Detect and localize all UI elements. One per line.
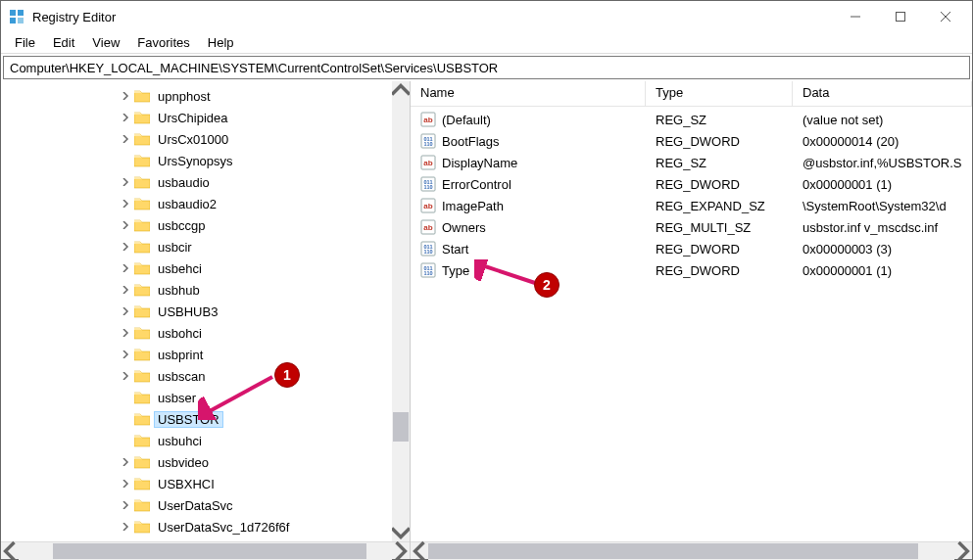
tree-item-label: usbcir bbox=[154, 239, 196, 256]
tree-item-usbprint[interactable]: usbprint bbox=[1, 344, 410, 365]
scroll-right-icon[interactable] bbox=[954, 542, 972, 560]
tree-item-label: UrsChipidea bbox=[154, 110, 232, 126]
folder-icon bbox=[134, 89, 150, 103]
chevron-right-icon[interactable] bbox=[119, 498, 132, 512]
chevron-right-icon[interactable] bbox=[119, 520, 132, 534]
chevron-right-icon[interactable] bbox=[119, 175, 132, 189]
scroll-left-icon[interactable] bbox=[1, 542, 19, 560]
tree-item-usbhub[interactable]: usbhub bbox=[1, 279, 410, 301]
tree-item-usbxhci[interactable]: USBXHCI bbox=[1, 473, 410, 494]
chevron-right-icon[interactable] bbox=[119, 369, 132, 383]
tree-hscrollbar[interactable] bbox=[1, 541, 410, 559]
tree-item-userdatasvc_1d726f6f[interactable]: UserDataSvc_1d726f6f bbox=[1, 516, 410, 537]
value-row-displayname[interactable]: DisplayNameREG_SZ@usbstor.inf,%USBSTOR.S bbox=[411, 152, 972, 173]
tree-item-usbohci[interactable]: usbohci bbox=[1, 322, 410, 344]
chevron-right-icon[interactable] bbox=[119, 240, 132, 254]
value-data: 0x00000003 (3) bbox=[793, 242, 972, 257]
tree-item-urssynopsys[interactable]: UrsSynopsys bbox=[1, 150, 410, 171]
tree-item-upnphost[interactable]: upnphost bbox=[1, 85, 410, 107]
chevron-right-icon[interactable] bbox=[119, 348, 132, 361]
tree-item-usbvideo[interactable]: usbvideo bbox=[1, 451, 410, 473]
folder-icon bbox=[134, 240, 150, 254]
reg-sz-icon bbox=[420, 155, 436, 170]
tree-item-usbcir[interactable]: usbcir bbox=[1, 236, 410, 257]
value-row-default[interactable]: (Default)REG_SZ(value not set) bbox=[411, 109, 972, 130]
chevron-right-icon[interactable] bbox=[119, 283, 132, 297]
address-bar[interactable]: Computer\HKEY_LOCAL_MACHINE\SYSTEM\Curre… bbox=[3, 56, 970, 79]
chevron-right-icon[interactable] bbox=[119, 132, 132, 146]
menu-file[interactable]: File bbox=[7, 33, 43, 52]
tree-scroll[interactable]: upnphostUrsChipideaUrsCx01000UrsSynopsys… bbox=[1, 81, 410, 541]
vscroll-thumb[interactable] bbox=[393, 412, 409, 442]
column-type[interactable]: Type bbox=[646, 81, 793, 106]
tree-item-usbuhci[interactable]: usbuhci bbox=[1, 430, 410, 451]
tree-item-urscx01000[interactable]: UrsCx01000 bbox=[1, 128, 410, 150]
tree-item-label: usbprint bbox=[154, 347, 207, 363]
svg-rect-6 bbox=[18, 10, 24, 16]
reg-sz-icon bbox=[420, 112, 436, 127]
value-name: Start bbox=[442, 242, 468, 257]
chevron-right-icon[interactable] bbox=[119, 111, 132, 124]
tree-item-usbccgp[interactable]: usbccgp bbox=[1, 214, 410, 236]
chevron-right-icon[interactable] bbox=[119, 455, 132, 469]
annotation-badge-2: 2 bbox=[534, 272, 559, 298]
value-row-owners[interactable]: OwnersREG_MULTI_SZusbstor.inf v_mscdsc.i… bbox=[411, 216, 972, 238]
menubar: File Edit View Favorites Help bbox=[1, 32, 972, 54]
chevron-right-icon[interactable] bbox=[119, 477, 132, 490]
menu-favorites[interactable]: Favorites bbox=[129, 33, 197, 52]
value-row-errorcontrol[interactable]: ErrorControlREG_DWORD0x00000001 (1) bbox=[411, 173, 972, 195]
folder-icon bbox=[134, 197, 150, 210]
address-text: Computer\HKEY_LOCAL_MACHINE\SYSTEM\Curre… bbox=[10, 61, 498, 75]
window-title: Registry Editor bbox=[32, 10, 116, 24]
scroll-left-icon[interactable] bbox=[411, 542, 428, 560]
close-button[interactable] bbox=[923, 1, 968, 32]
chevron-right-icon[interactable] bbox=[119, 197, 132, 210]
value-row-bootflags[interactable]: BootFlagsREG_DWORD0x00000014 (20) bbox=[411, 130, 972, 152]
column-name[interactable]: Name bbox=[411, 81, 646, 106]
folder-icon bbox=[134, 520, 150, 534]
tree-item-label: usbser bbox=[154, 390, 200, 406]
tree-item-usbhub3[interactable]: USBHUB3 bbox=[1, 301, 410, 322]
list-hscrollbar[interactable] bbox=[411, 541, 972, 559]
tree-item-usbaudio2[interactable]: usbaudio2 bbox=[1, 193, 410, 214]
chevron-right-icon[interactable] bbox=[119, 89, 132, 103]
tree-vscrollbar[interactable] bbox=[392, 81, 410, 541]
hscroll-thumb[interactable] bbox=[53, 543, 366, 559]
maximize-button[interactable] bbox=[878, 1, 923, 32]
chevron-right-icon[interactable] bbox=[119, 218, 132, 232]
value-row-start[interactable]: StartREG_DWORD0x00000003 (3) bbox=[411, 238, 972, 259]
chevron-right-icon bbox=[119, 154, 132, 167]
menu-edit[interactable]: Edit bbox=[45, 33, 82, 52]
folder-icon bbox=[134, 111, 150, 124]
column-data[interactable]: Data bbox=[793, 81, 972, 106]
value-type: REG_SZ bbox=[646, 156, 793, 170]
tree-item-label: USBXHCI bbox=[154, 476, 219, 492]
value-row-imagepath[interactable]: ImagePathREG_EXPAND_SZ\SystemRoot\System… bbox=[411, 195, 972, 216]
folder-icon bbox=[134, 455, 150, 469]
content-area: upnphostUrsChipideaUrsCx01000UrsSynopsys… bbox=[1, 81, 972, 559]
tree-item-usbehci[interactable]: usbehci bbox=[1, 257, 410, 279]
minimize-button[interactable] bbox=[833, 1, 878, 32]
chevron-right-icon bbox=[119, 412, 132, 426]
value-data: @usbstor.inf,%USBSTOR.S bbox=[793, 156, 972, 170]
list-body[interactable]: (Default)REG_SZ(value not set)BootFlagsR… bbox=[411, 107, 972, 541]
folder-icon bbox=[134, 434, 150, 447]
folder-icon bbox=[134, 348, 150, 361]
hscroll-thumb[interactable] bbox=[428, 543, 918, 559]
folder-icon bbox=[134, 175, 150, 189]
chevron-right-icon[interactable] bbox=[119, 261, 132, 275]
list-header: Name Type Data bbox=[411, 81, 972, 107]
chevron-right-icon[interactable] bbox=[119, 326, 132, 340]
folder-icon bbox=[134, 304, 150, 318]
scroll-up-icon[interactable] bbox=[392, 81, 410, 99]
tree-item-usbaudio[interactable]: usbaudio bbox=[1, 171, 410, 193]
menu-help[interactable]: Help bbox=[200, 33, 242, 52]
chevron-right-icon[interactable] bbox=[119, 304, 132, 318]
titlebar[interactable]: Registry Editor bbox=[1, 1, 972, 32]
tree-item-urschipidea[interactable]: UrsChipidea bbox=[1, 107, 410, 128]
menu-view[interactable]: View bbox=[84, 33, 127, 52]
tree-item-label: usbhub bbox=[154, 282, 204, 299]
tree-item-label: usbuhci bbox=[154, 433, 206, 449]
tree-item-userdatasvc[interactable]: UserDataSvc bbox=[1, 494, 410, 516]
scroll-down-icon[interactable] bbox=[392, 524, 410, 541]
